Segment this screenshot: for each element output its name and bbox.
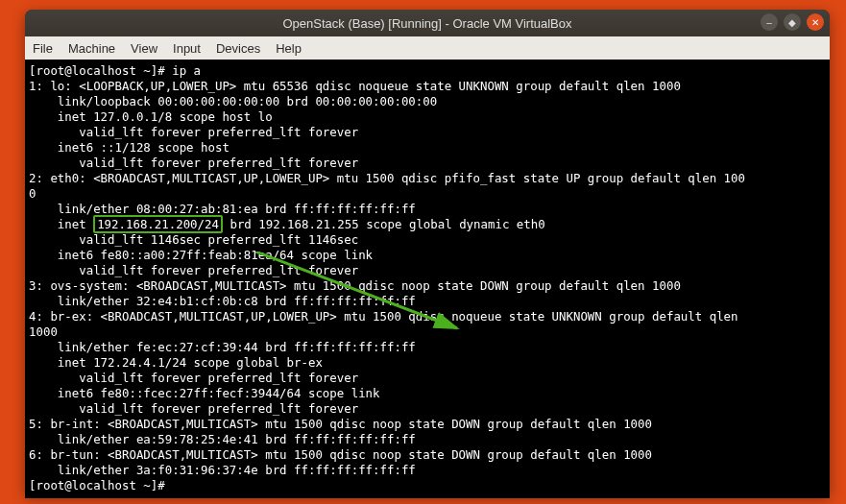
menu-machine[interactable]: Machine bbox=[68, 41, 115, 56]
output-line: link/ether fe:ec:27:cf:39:44 brd ff:ff:f… bbox=[29, 340, 416, 354]
output-line: 0 bbox=[29, 186, 36, 201]
window-controls: – ◆ ✕ bbox=[761, 13, 824, 31]
output-line: valid_lft forever preferred_lft forever bbox=[29, 401, 358, 416]
menu-input[interactable]: Input bbox=[173, 41, 201, 56]
titlebar[interactable]: OpenStack (Base) [Running] - Oracle VM V… bbox=[25, 10, 830, 36]
output-line: link/ether 08:00:27:ab:81:ea brd ff:ff:f… bbox=[29, 202, 416, 216]
terminal[interactable]: [root@localhost ~]# ip a 1: lo: <LOOPBAC… bbox=[25, 60, 830, 498]
output-line: 2: eth0: <BROADCAST,MULTICAST,UP,LOWER_U… bbox=[29, 171, 745, 185]
output-line: link/loopback 00:00:00:00:00:00 brd 00:0… bbox=[29, 94, 437, 108]
vm-window: OpenStack (Base) [Running] - Oracle VM V… bbox=[25, 10, 830, 494]
prompt-line: [root@localhost ~]# ip a bbox=[29, 63, 201, 78]
menu-file[interactable]: File bbox=[33, 41, 53, 56]
output-line: valid_lft forever preferred_lft forever bbox=[29, 156, 358, 170]
output-line: 1: lo: <LOOPBACK,UP,LOWER_UP> mtu 65536 … bbox=[29, 79, 681, 93]
output-line: link/ether 3a:f0:31:96:37:4e brd ff:ff:f… bbox=[29, 463, 416, 477]
output-line: inet6 ::1/128 scope host bbox=[29, 140, 230, 155]
output-line: link/ether 32:e4:b1:cf:0b:c8 brd ff:ff:f… bbox=[29, 294, 416, 308]
output-line: link/ether ea:59:78:25:4e:41 brd ff:ff:f… bbox=[29, 432, 416, 446]
output-line: 5: br-int: <BROADCAST,MULTICAST> mtu 150… bbox=[29, 417, 652, 431]
output-line: inet6 fe80::a00:27ff:feab:81ea/64 scope … bbox=[29, 248, 373, 262]
minimize-button[interactable]: – bbox=[761, 13, 778, 31]
menu-devices[interactable]: Devices bbox=[216, 41, 260, 56]
output-line: 3: ovs-system: <BROADCAST,MULTICAST> mtu… bbox=[29, 278, 681, 293]
menu-help[interactable]: Help bbox=[276, 41, 302, 56]
output-line: inet 192.168.21.200/24 brd 192.168.21.25… bbox=[29, 217, 545, 231]
output-line: 4: br-ex: <BROADCAST,MULTICAST,UP,LOWER_… bbox=[29, 309, 745, 324]
output-line: 6: br-tun: <BROADCAST,MULTICAST> mtu 150… bbox=[29, 447, 652, 462]
menu-view[interactable]: View bbox=[131, 41, 157, 56]
output-line: valid_lft forever preferred_lft forever bbox=[29, 125, 358, 139]
menubar: File Machine View Input Devices Help bbox=[25, 36, 830, 60]
close-button[interactable]: ✕ bbox=[807, 13, 824, 31]
window-title: OpenStack (Base) [Running] - Oracle VM V… bbox=[25, 16, 830, 31]
output-line: valid_lft 1146sec preferred_lft 1146sec bbox=[29, 232, 358, 247]
prompt-line: [root@localhost ~]# bbox=[29, 478, 165, 492]
output-line: valid_lft forever preferred_lft forever bbox=[29, 371, 358, 385]
output-line: valid_lft forever preferred_lft forever bbox=[29, 263, 358, 277]
output-line: inet6 fe80::fcec:27ff:fecf:3944/64 scope… bbox=[29, 386, 380, 400]
output-line: 1000 bbox=[29, 324, 58, 339]
output-line: inet 172.24.4.1/24 scope global br-ex bbox=[29, 355, 323, 370]
maximize-button[interactable]: ◆ bbox=[784, 13, 801, 31]
ip-highlight: 192.168.21.200/24 bbox=[93, 215, 223, 233]
output-line: inet 127.0.0.1/8 scope host lo bbox=[29, 109, 273, 124]
